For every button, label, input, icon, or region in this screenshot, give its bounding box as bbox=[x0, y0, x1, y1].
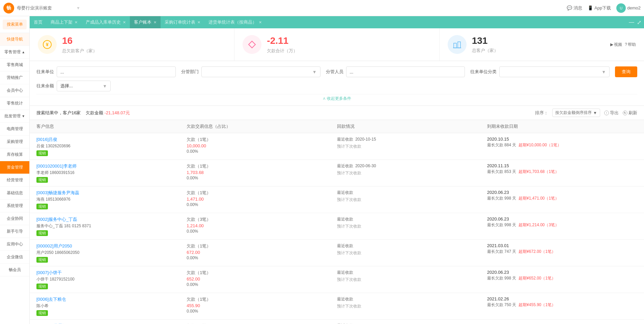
tab-close-purchase-product-stats[interactable]: ✕ bbox=[259, 20, 262, 25]
tab-inventory-history[interactable]: 产成品入库单历史 ✕ bbox=[82, 16, 130, 28]
recent-payment: 最近收款 2020-10-15 bbox=[337, 137, 487, 142]
cell-debt-6: 欠款（1笔） 455.90 0.00% bbox=[187, 296, 337, 314]
sidebar-item-system[interactable]: 系统管理 bbox=[0, 200, 29, 212]
filter-select-dept[interactable]: ▼ bbox=[201, 66, 320, 77]
stat-label-total: 总客户（家） bbox=[472, 48, 605, 54]
recent-payment: 最近收款 bbox=[337, 216, 487, 222]
user-area[interactable]: U demo2 bbox=[616, 3, 641, 13]
customer-name-link[interactable]: [0002]服务中心_丁磊 bbox=[36, 217, 77, 222]
help-btn[interactable]: ? 帮助 bbox=[625, 42, 636, 48]
customer-name-link[interactable]: [0001020001]李老师 bbox=[36, 164, 77, 169]
tab-product-listing[interactable]: 商品上下架 ✕ bbox=[47, 16, 82, 28]
customer-name-link[interactable]: [0006]去下粮仓 bbox=[36, 297, 66, 302]
overdue-date: 2020.10.15 bbox=[487, 137, 637, 142]
filter-label-person: 分管人员 bbox=[326, 69, 343, 75]
sidebar-item-wechat[interactable]: 企业微信 bbox=[0, 251, 29, 264]
sort-select[interactable]: 按欠款金额倒序排序 ▼ bbox=[552, 109, 600, 117]
stat-card-total-customers: 131 总客户（家） ▶ 视频 ? 帮助 bbox=[440, 28, 644, 61]
sidebar-item-retail-mall[interactable]: 零售商城 bbox=[0, 59, 29, 71]
cell-customer-3: [0002]服务中心_丁磊 服务中心_丁磊 181 0125 8371 现销 bbox=[36, 216, 187, 236]
stat-number-total: 131 bbox=[472, 35, 605, 46]
sidebar-item-inventory[interactable]: 库存核算 bbox=[0, 148, 29, 161]
customer-name-link[interactable]: [0003]畅捷服务尹海蕊 bbox=[36, 190, 79, 195]
customer-name-link[interactable]: [0016]吕俊 bbox=[36, 137, 57, 142]
customer-tag: 现销 bbox=[36, 177, 48, 183]
sidebar-item-basic-info[interactable]: 基础信息 bbox=[0, 187, 29, 200]
customer-tag: 现销 bbox=[36, 310, 48, 316]
tab-maximize-btn[interactable]: ⤢ bbox=[637, 19, 641, 26]
export-btn[interactable]: ↑ 导出 bbox=[604, 110, 619, 116]
overdue-amount: 超期¥455.90（1笔） bbox=[519, 302, 556, 307]
filter-select-balance[interactable]: 选择... ▼ bbox=[57, 81, 111, 91]
filter-row-1: 往来单位 ... 分管部门 ▼ bbox=[36, 66, 637, 77]
sidebar-item-finance[interactable]: 资金管理 bbox=[0, 161, 29, 174]
debt-count: 欠款（1笔） bbox=[187, 270, 337, 276]
sidebar-item-operations[interactable]: 经营管理 bbox=[0, 174, 29, 187]
sidebar-item-member[interactable]: 会员中心 bbox=[0, 84, 29, 97]
message-btn[interactable]: 💬 消息 bbox=[567, 5, 582, 11]
customer-tag: 现销 bbox=[36, 150, 48, 156]
tab-close-product-listing[interactable]: ✕ bbox=[75, 20, 78, 25]
customer-name-link[interactable]: [000002]用户2050 bbox=[36, 243, 72, 248]
next-payment: 预计下次收款 bbox=[337, 250, 487, 256]
logo-icon: 畅 bbox=[3, 3, 14, 13]
sidebar-item-purchase[interactable]: 采购管理 bbox=[0, 136, 29, 148]
overdue-amount: 超期¥1,703.68（1笔） bbox=[519, 169, 559, 174]
debt-amount: 652.00 bbox=[187, 276, 337, 282]
sidebar-item-retail-mgmt[interactable]: 零售管理 ▲ bbox=[0, 46, 29, 59]
customer-name-link[interactable]: [0007]小饼干 bbox=[36, 270, 62, 275]
logo-area: 畅 母婴行业演示账套 bbox=[3, 3, 71, 13]
message-label: 消息 bbox=[573, 5, 582, 11]
filter-input-unit[interactable]: ... bbox=[57, 66, 176, 77]
tab-purchase-stats[interactable]: 采购订单统计表 ✕ bbox=[161, 16, 204, 28]
sidebar-item-ecommerce[interactable]: 电商管理 bbox=[0, 123, 29, 136]
filter-select-category[interactable]: ▼ bbox=[499, 66, 610, 77]
tab-home[interactable]: 首页 bbox=[30, 16, 47, 28]
cell-payment-2: 最近收款 预计下次收款 bbox=[337, 190, 487, 203]
table-body: [0016]吕俊 吕俊 13026203696 现销 欠款（1笔） 10,000… bbox=[30, 133, 644, 324]
search-menu-btn[interactable]: 搜索菜单 bbox=[3, 20, 27, 29]
sidebar-item-marketing[interactable]: 营销推广 bbox=[0, 71, 29, 84]
sidebar: 搜索菜单 快捷导航 零售管理 ▲ 零售商城 营销推广 会员中心 bbox=[0, 16, 30, 324]
overdue-date: 2021.03.01 bbox=[487, 243, 637, 248]
sidebar-item-member-plus[interactable]: 畅会员 bbox=[0, 264, 29, 276]
tab-customer-ledger[interactable]: 客户账本 ✕ bbox=[130, 16, 161, 28]
sidebar-item-guide[interactable]: 新手引导 bbox=[0, 225, 29, 238]
debt-count: 欠款（1笔） bbox=[187, 190, 337, 196]
video-btn[interactable]: ▶ 视频 bbox=[610, 42, 622, 48]
tab-close-inventory-history[interactable]: ✕ bbox=[123, 20, 126, 25]
overdue-days: 最长欠款 884 天 超期¥10,000.00（1笔） bbox=[487, 142, 637, 148]
tab-close-customer-ledger[interactable]: ✕ bbox=[153, 20, 157, 25]
next-payment: 预计下次收款 bbox=[337, 170, 487, 176]
customer-tag: 现销 bbox=[36, 257, 48, 263]
cell-debt-3: 欠款（3笔） 1,214.00 0.00% bbox=[187, 216, 337, 234]
svg-rect-3 bbox=[454, 43, 456, 48]
overdue-days: 最长欠款 998 天 超期¥1,471.00（1笔） bbox=[487, 196, 637, 201]
table-row: [000001]黄思源 黄思源 13552700226 现销 欠款（1笔） 42… bbox=[30, 320, 644, 324]
tab-minimize-btn[interactable]: — bbox=[629, 19, 634, 25]
col-header-debt: 欠款交易信息（占比） bbox=[187, 123, 337, 129]
svg-text:¥: ¥ bbox=[46, 42, 49, 47]
collapse-row[interactable]: ∧ 收起更多条件 bbox=[36, 94, 637, 103]
filter-label-unit: 往来单位 bbox=[36, 69, 54, 75]
cell-customer-1: [0001020001]李老师 李老师 18600391516 现销 bbox=[36, 163, 187, 183]
refresh-btn[interactable]: ↻ 刷新 bbox=[623, 110, 637, 116]
filter-input-person[interactable]: ... bbox=[346, 66, 465, 77]
tab-close-purchase-stats[interactable]: ✕ bbox=[197, 20, 200, 25]
sort-label: 排序： bbox=[535, 110, 548, 116]
debt-percent: 0.00% bbox=[187, 176, 337, 180]
cell-overdue-4: 2021.03.01 最长欠款 747 天 超期¥672.00（1笔） bbox=[487, 243, 637, 255]
cell-payment-3: 最近收款 预计下次收款 bbox=[337, 216, 487, 229]
sidebar-item-enterprise[interactable]: 企业协同 bbox=[0, 212, 29, 225]
search-button[interactable]: 查询 bbox=[615, 66, 637, 77]
tab-purchase-product-stats[interactable]: 进货单统计表（按商品） ✕ bbox=[204, 16, 266, 28]
sidebar-item-apps[interactable]: 应用中心 bbox=[0, 238, 29, 251]
next-payment: 预计下次收款 bbox=[337, 303, 487, 309]
dropdown-arrow[interactable]: ▼ bbox=[76, 6, 80, 10]
sidebar-item-wholesale-mgmt[interactable]: 批发管理 ▼ bbox=[0, 110, 29, 123]
col-header-customer: 客户信息 bbox=[36, 123, 187, 129]
app-download-btn[interactable]: 📱 App下载 bbox=[588, 5, 611, 11]
customer-phone: 服务中心_丁磊 181 0125 8371 bbox=[36, 223, 187, 229]
next-payment: 预计下次收款 bbox=[337, 277, 487, 283]
sidebar-item-retail-stats[interactable]: 零售统计 bbox=[0, 97, 29, 110]
